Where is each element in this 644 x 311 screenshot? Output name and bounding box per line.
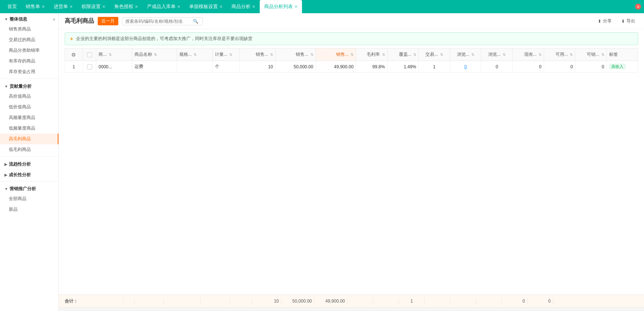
nav-analytics-list[interactable]: 商品分析列表 ✕ — [260, 0, 302, 13]
col-header-browse1[interactable]: 浏览... ⇅ — [450, 48, 481, 61]
cell-trade: 1 — [418, 61, 450, 73]
cell-name: 运费 — [132, 61, 177, 73]
col-header-stock1[interactable]: 现有... ⇅ — [512, 48, 544, 61]
cell-tag: 高收入 — [607, 61, 638, 73]
time-filter-button[interactable]: 近一月 — [98, 17, 118, 25]
top-nav: 首页 销售单 ✕ 进货单 ✕ 权限设置 ✕ 角色授权 ✕ 产成品入库单 ✕ 单据… — [0, 0, 644, 13]
nav-templates-close[interactable]: ✕ — [219, 4, 223, 9]
col-header-trade[interactable]: 交易... ⇅ — [418, 48, 450, 61]
nav-analytics[interactable]: 商品分析 ✕ — [227, 0, 260, 13]
sidebar-collapse-button[interactable]: « — [53, 16, 55, 22]
cell-sale2: 50,000.00 — [276, 61, 316, 73]
sort-icon-9: ⇅ — [413, 53, 416, 57]
col-header-name[interactable]: 商品名称 ⇅ — [132, 48, 177, 61]
nav-products[interactable]: 产成品入库单 ✕ — [143, 0, 185, 13]
nav-analytics-list-close[interactable]: ✕ — [294, 4, 298, 9]
sort-icon-11: ⇅ — [471, 53, 474, 57]
sort-icon-13: ⇅ — [539, 53, 542, 57]
sort-icon-8: ⇅ — [382, 53, 385, 57]
nav-analytics-close[interactable]: ✕ — [252, 4, 255, 9]
content-area: 高毛利商品 近一月 🔍 ⬆ 分享 ⬇ 导出 ✦ 企业的主要的利润都是这部分商品创… — [59, 13, 644, 311]
data-table: ⚙ 商... ⇅ 商品名称 ⇅ — [65, 48, 638, 73]
share-button[interactable]: ⬆ 分享 — [595, 17, 615, 25]
sidebar-item-capital[interactable]: 库存资金占用 — [0, 66, 58, 77]
col-header-sale3[interactable]: 销售... ⇅ — [316, 48, 356, 61]
sidebar-item-high-margin[interactable]: 高毛利商品 — [0, 134, 58, 144]
col-header-browse2[interactable]: 浏览... ⇅ — [481, 48, 512, 61]
search-input[interactable] — [125, 19, 191, 24]
sidebar-item-low-value[interactable]: 低价值商品 — [0, 102, 58, 112]
cell-stock2: 0 — [544, 61, 575, 73]
nav-permissions-close[interactable]: ✕ — [102, 4, 105, 9]
arrow-icon-5: ▼ — [4, 187, 8, 191]
col-header-unit[interactable]: 计量... ⇅ — [213, 48, 240, 61]
row-checkbox[interactable] — [87, 64, 92, 69]
table-wrapper[interactable]: ⚙ 商... ⇅ 商品名称 ⇅ — [65, 48, 638, 294]
sort-icon-4: ⇅ — [229, 53, 232, 57]
nav-home[interactable]: 首页 — [3, 0, 21, 13]
sidebar-item-traded-goods[interactable]: 交易过的商品 — [0, 35, 58, 45]
sort-icon-10: ⇅ — [440, 53, 443, 57]
gear-icon[interactable]: ⚙ — [71, 52, 76, 58]
sidebar-item-all-goods[interactable]: 全部商品 — [0, 194, 58, 204]
bottom-scrollbar[interactable] — [59, 307, 644, 311]
col-header-index[interactable]: ⚙ — [65, 48, 83, 61]
summary-stock2: 0 — [502, 298, 528, 304]
nav-permissions[interactable]: 权限设置 ✕ — [77, 0, 110, 13]
nav-sales[interactable]: 销售单 ✕ — [21, 0, 49, 13]
sidebar-item-high-value[interactable]: 高价值商品 — [0, 91, 58, 102]
nav-purchase[interactable]: 进货单 ✕ — [49, 0, 77, 13]
search-box: 🔍 — [122, 17, 203, 25]
divider-2 — [0, 156, 58, 157]
sidebar-group-marketing[interactable]: ▼ 营销推广分析 — [0, 183, 58, 194]
share-icon: ⬆ — [598, 19, 601, 24]
nav-templates[interactable]: 单据模板设置 ✕ — [185, 0, 227, 13]
sidebar-group-trend[interactable]: ▶ 流趋性分析 — [0, 158, 58, 169]
sidebar-item-low-margin[interactable]: 低毛利商品 — [0, 144, 58, 155]
col-header-stock3[interactable]: 可销... ⇅ — [575, 48, 607, 61]
col-header-tag[interactable]: 标签 — [607, 48, 638, 61]
nav-roles-close[interactable]: ✕ — [135, 4, 138, 9]
arrow-icon: ▼ — [4, 17, 8, 21]
search-icon[interactable]: 🔍 — [193, 19, 198, 24]
nav-purchase-close[interactable]: ✕ — [69, 4, 73, 9]
window-close-button[interactable]: ✕ — [635, 4, 641, 10]
divider-3 — [0, 181, 58, 181]
nav-products-close[interactable]: ✕ — [177, 4, 180, 9]
col-header-check[interactable] — [83, 48, 96, 61]
export-button[interactable]: ⬇ 导出 — [618, 17, 638, 25]
sidebar-item-high-freq[interactable]: 高频量度商品 — [0, 112, 58, 123]
cell-coverage: 1.49% — [387, 61, 418, 73]
col-header-stock2[interactable]: 可用... ⇅ — [544, 48, 575, 61]
main-layout: « ▼ 整体信息 销售类商品 交易过的商品 商品分类助销率 有库存的商品 库存资… — [0, 13, 644, 311]
col-header-spec[interactable]: 规格... ⇅ — [177, 48, 212, 61]
cell-browse1[interactable]: 0 — [450, 61, 481, 73]
sidebar-group-overview[interactable]: ▼ 整体信息 — [0, 13, 58, 24]
content-header: 高毛利商品 近一月 🔍 ⬆ 分享 ⬇ 导出 — [59, 13, 644, 29]
col-header-coverage[interactable]: 覆盖... ⇅ — [387, 48, 418, 61]
nav-sales-close[interactable]: ✕ — [42, 4, 45, 9]
nav-roles[interactable]: 角色授权 ✕ — [110, 0, 143, 13]
summary-sale1: 10 — [252, 298, 281, 304]
sort-icon-12: ⇅ — [503, 53, 506, 57]
sidebar-item-low-freq[interactable]: 低频量度商品 — [0, 123, 58, 134]
arrow-icon-3: ▶ — [4, 162, 7, 166]
sort-icon-3: ⇅ — [194, 53, 197, 57]
cell-check[interactable] — [83, 61, 96, 73]
cell-browse2: 0 — [481, 61, 512, 73]
sidebar-group-contribution[interactable]: ▼ 贡献量分析 — [0, 80, 58, 91]
sidebar-item-stock-goods[interactable]: 有库存的商品 — [0, 56, 58, 66]
col-header-profit[interactable]: 毛利率 ⇅ — [356, 48, 387, 61]
sidebar-item-sales-goods[interactable]: 销售类商品 — [0, 24, 58, 35]
sidebar-item-category-rate[interactable]: 商品分类助销率 — [0, 45, 58, 56]
cell-profit-rate: 99.8% — [356, 61, 387, 73]
sidebar-item-new-goods[interactable]: 新品 — [0, 204, 58, 215]
header-checkbox[interactable] — [87, 52, 92, 57]
col-header-sale1[interactable]: 销售... ⇅ — [240, 48, 275, 61]
col-header-sale2[interactable]: 销售... ⇅ — [276, 48, 316, 61]
sort-icon-15: ⇅ — [601, 53, 604, 57]
sort-icon-2: ⇅ — [154, 53, 157, 57]
sidebar-group-growth[interactable]: ▶ 成长性分析 — [0, 169, 58, 180]
summary-trade: 1 — [399, 298, 425, 304]
col-header-code[interactable]: 商... ⇅ — [96, 48, 132, 61]
